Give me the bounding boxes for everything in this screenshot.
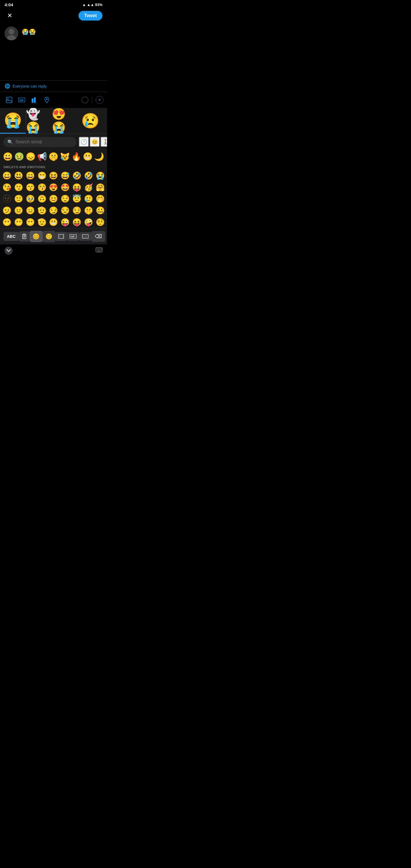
emoji-category-tabs: 🕐 😊 🚶 🎭 🍔 bbox=[79, 137, 107, 147]
recent-emoji-3[interactable]: 😞 bbox=[25, 151, 36, 162]
reaction-ghost-crying[interactable]: 👻😭 bbox=[26, 108, 52, 134]
recent-emoji-2[interactable]: 🤢 bbox=[14, 151, 25, 162]
emoji-saluting[interactable]: 🫡 bbox=[36, 216, 48, 228]
emoji-smirk[interactable]: 😏 bbox=[48, 205, 59, 216]
add-tweet-button[interactable]: + bbox=[96, 96, 104, 104]
ascii-art-button[interactable]: :-) bbox=[80, 232, 91, 241]
toolbar-divider bbox=[92, 96, 92, 103]
emoji-laughing[interactable]: 😆 bbox=[48, 170, 59, 182]
emoji-grin[interactable]: 😃 bbox=[13, 170, 25, 182]
emoji-grimacing[interactable]: 😬 bbox=[48, 216, 59, 228]
emoji-blank[interactable]: 🫥 bbox=[1, 193, 13, 205]
emoji-sob[interactable]: 😭 bbox=[94, 170, 106, 182]
emoji-dotted[interactable]: 😶 bbox=[25, 216, 36, 228]
poll-button[interactable] bbox=[29, 94, 40, 106]
emoji-face-clouds[interactable]: 😶 bbox=[1, 216, 13, 228]
clipboard-button[interactable] bbox=[19, 231, 30, 242]
collapse-keyboard-button[interactable] bbox=[5, 247, 12, 255]
emoji-heart-eyes[interactable]: 😍 bbox=[48, 182, 59, 193]
tweet-content[interactable]: 😭😭 bbox=[22, 27, 102, 77]
gif-keyboard-button[interactable]: GIF bbox=[67, 232, 80, 241]
search-container[interactable]: 🔍 bbox=[3, 137, 76, 147]
category-people[interactable]: 🚶 bbox=[100, 137, 107, 147]
recent-emoji-5[interactable]: 🤫 bbox=[48, 151, 59, 162]
emoji-kissing[interactable]: 😙 bbox=[25, 182, 36, 193]
emoji-upside-down[interactable]: 🙃 bbox=[36, 193, 48, 205]
emoji-kiss[interactable]: 😗 bbox=[13, 182, 25, 193]
keyboard-switch-button[interactable] bbox=[96, 247, 102, 254]
emoji-star-eyes[interactable]: 🤩 bbox=[59, 182, 71, 193]
reaction-crying[interactable]: 😭 bbox=[0, 108, 26, 134]
emoji-shushing[interactable]: 🤭 bbox=[94, 193, 106, 205]
emoji-blush[interactable]: 😊 bbox=[48, 193, 59, 205]
svg-rect-27 bbox=[97, 250, 98, 250]
svg-rect-12 bbox=[23, 234, 25, 235]
svg-text:( ): ( ) bbox=[59, 235, 64, 238]
avatar-image bbox=[5, 27, 18, 40]
kaomoji-button[interactable]: ( ) bbox=[55, 232, 67, 241]
search-input[interactable] bbox=[15, 140, 72, 145]
reaction-heart-eyes-crying[interactable]: 😍😭 bbox=[52, 108, 77, 134]
emoji-rofl[interactable]: 🤣 bbox=[71, 170, 83, 182]
status-icons: ▲ ▲▲ 93% bbox=[82, 3, 102, 7]
emoji-face-neutral[interactable]: 😶 bbox=[13, 216, 25, 228]
emoji-grinning[interactable]: 😀 bbox=[1, 170, 13, 182]
recent-emoji-9[interactable]: 🌙 bbox=[94, 151, 104, 162]
reply-setting[interactable]: 🌐 Everyone can reply bbox=[0, 80, 107, 92]
reaction-angry[interactable]: 🟥 bbox=[103, 108, 107, 134]
emoji-smile[interactable]: 😄 bbox=[25, 170, 36, 182]
svg-rect-8 bbox=[34, 97, 36, 102]
recent-emoji-7[interactable]: 🔥 bbox=[71, 151, 82, 162]
recent-emoji-1[interactable]: 😀 bbox=[2, 151, 13, 162]
emoji-shush[interactable]: 🤫 bbox=[83, 205, 94, 216]
emoji-kiss-heart[interactable]: 😘 bbox=[1, 182, 13, 193]
close-button[interactable]: ✕ bbox=[5, 10, 15, 21]
emoji-tongue-out-2[interactable]: 😝 bbox=[71, 216, 83, 228]
sticker-button[interactable]: 🙂 bbox=[42, 231, 55, 242]
emoji-innocent[interactable]: 😇 bbox=[71, 193, 83, 205]
emoji-expressionless[interactable]: 😐 bbox=[13, 205, 25, 216]
emoji-salute[interactable]: 🫡 bbox=[36, 205, 48, 216]
emoji-crazy[interactable]: 🤪 bbox=[83, 216, 94, 228]
section-label: SMILEYS AND EMOTIONS bbox=[0, 163, 107, 170]
emoji-no-mouth[interactable]: 😑 bbox=[25, 205, 36, 216]
emoji-tear-smile[interactable]: 🥲 bbox=[83, 193, 94, 205]
delete-button[interactable]: ⌫ bbox=[91, 231, 105, 242]
recent-emoji-6[interactable]: 😿 bbox=[59, 151, 70, 162]
emoji-unamused[interactable]: 😒 bbox=[59, 205, 71, 216]
compose-toolbar: GIF + bbox=[0, 92, 107, 108]
recent-emoji-4[interactable]: 📢 bbox=[36, 151, 48, 162]
keyboard-toolbar: ABC 😊 🙂 ( ) GIF :-) ⌫ bbox=[0, 228, 107, 244]
emoji-party[interactable]: 🥳 bbox=[83, 182, 94, 193]
svg-rect-29 bbox=[100, 250, 100, 250]
category-recent[interactable]: 🕐 bbox=[79, 137, 89, 147]
emoji-tongue-out[interactable]: 😝 bbox=[71, 182, 83, 193]
emoji-slightly-smile[interactable]: 🙂 bbox=[13, 193, 25, 205]
emoji-smirking[interactable]: 😏 bbox=[71, 205, 83, 216]
reply-setting-label: Everyone can reply bbox=[12, 84, 47, 89]
emoji-sweat-smile[interactable]: 😅 bbox=[59, 170, 71, 182]
emoji-relieved[interactable]: 😌 bbox=[59, 193, 71, 205]
status-bar: 4:04 ▲ ▲▲ 93% bbox=[0, 0, 107, 8]
emoji-neutral-face[interactable]: 🫤 bbox=[1, 205, 13, 216]
emoji-rolling-laugh[interactable]: 🤣 bbox=[83, 170, 94, 182]
emoji-keyboard: 😀 🤢 😞 📢 🤫 😿 🔥 😬 🌙 SMILEYS AND EMOTIONS 😀… bbox=[0, 150, 107, 228]
header: ✕ Tweet bbox=[0, 8, 107, 23]
emoji-raised-eyebrow[interactable]: 🤨 bbox=[94, 216, 106, 228]
abc-button[interactable]: ABC bbox=[3, 232, 19, 241]
emoji-keyboard-button[interactable]: 😊 bbox=[30, 231, 42, 242]
recent-emoji-8[interactable]: 😬 bbox=[82, 151, 93, 162]
image-button[interactable] bbox=[3, 94, 15, 106]
emoji-hugging[interactable]: 🤗 bbox=[94, 182, 106, 193]
emoji-kiss-closed[interactable]: 😚 bbox=[36, 182, 48, 193]
gif-button[interactable]: GIF bbox=[16, 94, 27, 106]
category-smileys[interactable]: 😊 bbox=[90, 137, 100, 147]
emoji-zipper[interactable]: 🤐 bbox=[94, 205, 106, 216]
emoji-holding-tear[interactable]: 🥹 bbox=[25, 193, 36, 205]
tweet-button[interactable]: Tweet bbox=[78, 11, 102, 21]
location-button[interactable] bbox=[41, 94, 53, 106]
svg-rect-23 bbox=[97, 248, 98, 249]
reaction-sobbing[interactable]: 😢 bbox=[77, 108, 103, 134]
emoji-beaming[interactable]: 😁 bbox=[36, 170, 48, 182]
emoji-winking-tongue[interactable]: 😜 bbox=[59, 216, 71, 228]
